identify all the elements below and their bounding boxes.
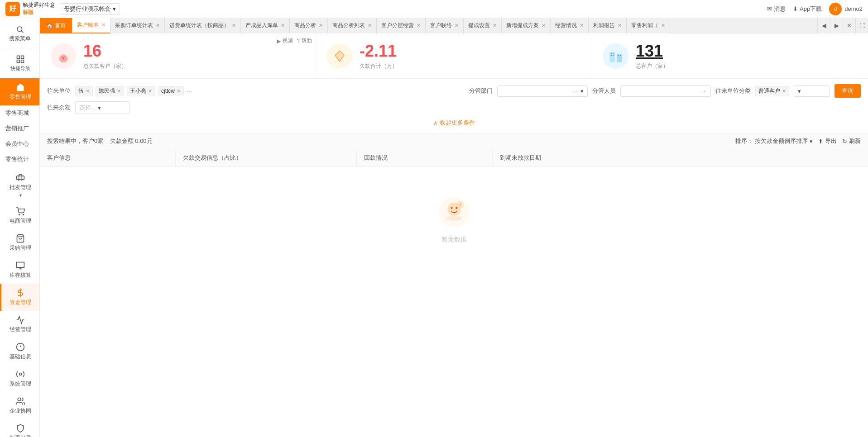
sidebar-sub-member-center[interactable]: 会员中心	[0, 136, 39, 152]
collapse-btn[interactable]: ∧ 收起更多条件	[430, 118, 479, 128]
svg-rect-33	[613, 55, 614, 56]
tab-close-all-btn[interactable]: ✕	[843, 18, 855, 33]
tab-purchase-order-stats[interactable]: 采购订单统计表 ✕	[110, 18, 165, 33]
building-icon	[608, 48, 624, 64]
tab-next-btn[interactable]: ▶	[830, 18, 843, 33]
remove-tag-wu[interactable]: ✕	[86, 88, 90, 94]
search-btn[interactable]: 查询	[834, 84, 861, 98]
tab-home[interactable]: 🏠 首页	[40, 18, 72, 33]
tab-customer-contact[interactable]: 客户联络 ✕	[426, 18, 464, 33]
search-icon	[16, 25, 24, 33]
video-help: ▶ 视频 ? 帮助	[277, 37, 312, 45]
unit-filter-label: 往来单位	[47, 87, 71, 95]
sidebar-item-quick-nav[interactable]: 快捷导航	[0, 50, 39, 76]
main-layout: 搜索菜单 快捷导航 零售管理 零售商城 营销推广 会员中心 零售统计 批发管理 …	[0, 18, 868, 437]
unit-type-filter-label: 往来单位分类	[715, 87, 751, 95]
question-icon: ?	[297, 38, 300, 44]
tab-purchase-stats-by-product[interactable]: 进货单统计表（按商品） ✕	[165, 18, 241, 33]
tab-close-customer-contact[interactable]: ✕	[455, 23, 459, 28]
tab-close-purchase-order-stats[interactable]: ✕	[156, 23, 160, 28]
empty-text: 暂无数据	[441, 236, 467, 244]
sidebar-sub-retail-mall[interactable]: 零售商城	[0, 105, 39, 121]
sort-select[interactable]: 排序： 按欠款金额倒序排序 ▾	[735, 137, 813, 145]
tab-close-purchase-stats-by-product[interactable]: ✕	[232, 23, 236, 28]
balance-filter-select[interactable]: 选择... ▾	[75, 101, 129, 114]
tab-operations-status[interactable]: 经营情况 ✕	[551, 18, 589, 33]
tab-close-product-analysis[interactable]: ✕	[319, 23, 323, 28]
stat-label-overdue-amount: 欠款合计（万）	[360, 62, 398, 70]
sidebar-sub-retail-stats[interactable]: 零售统计	[0, 152, 39, 167]
top-bar-left: 好 畅捷通好生意 标版 母婴行业演示帐套 ▾	[5, 2, 120, 16]
person-filter-select[interactable]: ···	[620, 86, 711, 97]
remove-tag-wang[interactable]: ✕	[148, 88, 152, 94]
tab-close-operations-status[interactable]: ✕	[580, 23, 584, 28]
tab-close-profit-report[interactable]: ✕	[618, 23, 622, 28]
tab-retail-profit[interactable]: 零售利润（ ✕	[627, 18, 670, 33]
export-icon: ⬆	[818, 138, 823, 145]
svg-rect-4	[17, 60, 20, 63]
sidebar-item-wholesale-mgmt[interactable]: 批发管理 ▾	[0, 169, 39, 202]
filter-tag-wang[interactable]: 王小亮 ✕	[127, 86, 155, 96]
sidebar-item-system[interactable]: 系统管理	[0, 365, 39, 392]
tab-close-retail-profit[interactable]: ✕	[661, 23, 665, 28]
message-btn[interactable]: ✉ 消息	[767, 5, 786, 13]
stat-total-customers: 131 总客户（家）	[592, 33, 868, 78]
ecommerce-icon	[16, 207, 25, 216]
dept-filter-select[interactable]: ··· ▾	[497, 86, 588, 97]
tab-prev-btn[interactable]: ◀	[817, 18, 830, 33]
filter-tag-chen[interactable]: 陈民强 ✕	[96, 86, 124, 96]
sidebar-item-retail-mgmt[interactable]: 零售管理	[0, 78, 39, 105]
app-download-btn[interactable]: ⬇ App下载	[793, 5, 822, 13]
tab-promotion-settings[interactable]: 提成设置 ✕	[464, 18, 502, 33]
filter-tag-normal-customer[interactable]: 普通客户 ✕	[755, 86, 789, 96]
svg-rect-2	[17, 56, 20, 59]
export-btn[interactable]: ⬆ 导出	[818, 137, 837, 145]
remove-tag-chen[interactable]: ✕	[117, 88, 121, 94]
sidebar-item-ecommerce[interactable]: 电商管理	[0, 202, 39, 229]
sidebar-item-inventory[interactable]: 库存核算	[0, 256, 39, 284]
refresh-btn[interactable]: ↻ 刷新	[842, 137, 861, 145]
tab-product-cost-entry[interactable]: 产成品入库单 ✕	[241, 18, 290, 33]
video-btn[interactable]: ▶ 视频	[277, 37, 293, 45]
store-selector[interactable]: 母婴行业演示帐套 ▾	[60, 3, 120, 15]
stat-overdue-amount: -2.11 欠款合计（万）	[316, 33, 592, 78]
tab-product-analysis[interactable]: 商品分析 ✕	[290, 18, 328, 33]
svg-rect-31	[613, 53, 614, 54]
tab-close-customer-segment[interactable]: ✕	[417, 23, 421, 28]
tab-add-promotion-plan[interactable]: 新增提成方案 ✕	[502, 18, 551, 33]
avatar: d	[829, 3, 842, 15]
search-menu-btn[interactable]: 搜索菜单	[4, 23, 36, 45]
help-btn[interactable]: ? 帮助	[297, 37, 312, 45]
sidebar-item-finance[interactable]: 资金管理	[0, 284, 39, 311]
stat-icon-2	[327, 43, 352, 69]
sidebar-item-new-guide[interactable]: 新手引导	[0, 419, 39, 437]
filter-tag-cjttcw[interactable]: cjttcw ✕	[158, 86, 184, 95]
sidebar-item-purchase[interactable]: 采购管理	[0, 229, 39, 256]
sidebar-item-basic-info[interactable]: 基础信息	[0, 338, 39, 365]
sidebar-item-enterprise-collab[interactable]: 企业协同	[0, 392, 39, 419]
filter-row-1: 往来单位 伍 ✕ 陈民强 ✕ 王小亮 ✕	[47, 84, 861, 98]
svg-marker-26	[335, 51, 344, 62]
unit-type-select[interactable]: ▾	[794, 86, 830, 97]
user-area[interactable]: d demo2	[829, 3, 863, 15]
tab-customer-segment[interactable]: 客户分层经营 ✕	[377, 18, 426, 33]
tab-close-add-promotion-plan[interactable]: ✕	[542, 23, 546, 28]
tab-fullscreen-btn[interactable]: ⛶	[855, 18, 868, 33]
remove-tag-normal-customer[interactable]: ✕	[782, 88, 786, 94]
tab-customer-account[interactable]: 客户账本 ✕	[72, 18, 110, 33]
stat-text-1: 16 总欠款客户（家）	[83, 42, 127, 70]
sidebar-sub-marketing[interactable]: 营销推广	[0, 121, 39, 136]
balance-filter-label: 往来余额	[47, 104, 71, 112]
filter-more-btn[interactable]: ···	[187, 87, 192, 95]
remove-tag-cjttcw[interactable]: ✕	[177, 88, 181, 94]
tab-close-promotion-settings[interactable]: ✕	[493, 23, 497, 28]
tab-close-product-analysis-list[interactable]: ✕	[368, 23, 372, 28]
filter-tag-wu[interactable]: 伍 ✕	[75, 86, 93, 96]
sidebar-item-operations[interactable]: 经营管理	[0, 311, 39, 338]
svg-text:¥: ¥	[62, 56, 65, 61]
tab-product-analysis-list[interactable]: 商品分析列表 ✕	[328, 18, 377, 33]
tab-close-product-cost-entry[interactable]: ✕	[281, 23, 285, 28]
svg-line-1	[21, 31, 23, 33]
tab-close-customer-account[interactable]: ✕	[101, 22, 106, 28]
tab-profit-report[interactable]: 利润报告 ✕	[589, 18, 627, 33]
